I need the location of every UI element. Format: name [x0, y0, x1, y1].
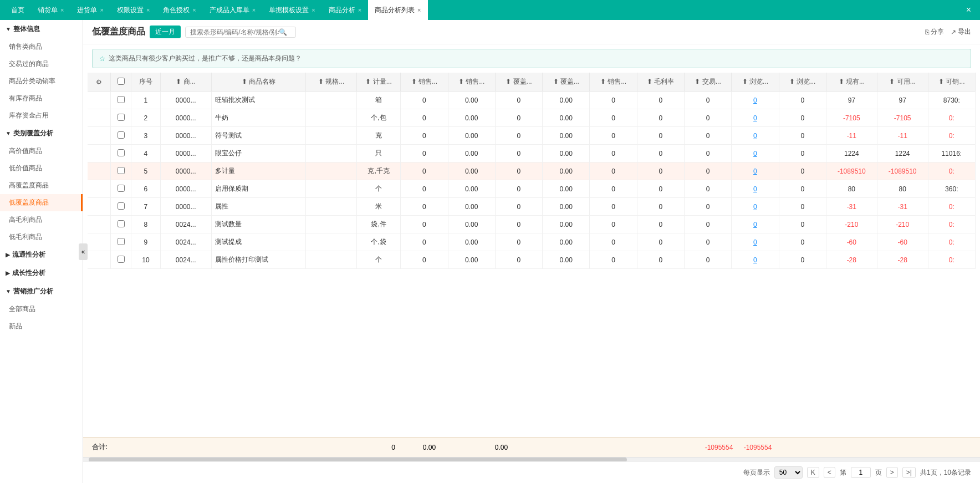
browse1-cell[interactable]: 0 — [732, 180, 779, 198]
checkbox-cell[interactable] — [111, 145, 131, 162]
checkbox-cell[interactable] — [111, 216, 131, 233]
checkbox-cell[interactable] — [111, 109, 131, 127]
sidebar-section-category[interactable]: ▼ 类别覆盖分析 — [0, 124, 83, 143]
page-size-select[interactable]: 50 20 100 200 — [774, 466, 803, 479]
row-checkbox[interactable] — [118, 256, 125, 263]
sidebar-item-low-coverage[interactable]: 低覆盖度商品 — [0, 194, 83, 211]
available-column-header[interactable]: ⬆ 可用... — [877, 73, 928, 91]
sidebar-item-low-margin[interactable]: 低毛利商品 — [0, 228, 83, 246]
period-button[interactable]: 近一月 — [150, 26, 181, 38]
gross-rate-column-header[interactable]: ⬆ 毛利率 — [637, 73, 684, 91]
next-page-button[interactable]: > — [886, 467, 898, 478]
last-page-button[interactable]: >| — [902, 467, 916, 478]
select-all-checkbox[interactable] — [118, 78, 125, 85]
window-close-button[interactable]: × — [962, 5, 976, 15]
trade-column-header[interactable]: ⬆ 交易... — [684, 73, 731, 91]
browse1-cell[interactable]: 0 — [732, 109, 779, 127]
table-wrapper[interactable]: ⚙ 序号 ⬆ 商... ⬆ 商品名称 ⬆ 规格... ⬆ 计量... ⬆ 销售.… — [88, 73, 976, 437]
row-checkbox[interactable] — [118, 220, 125, 227]
browse1-cell[interactable]: 0 — [732, 198, 779, 216]
sales2-column-header[interactable]: ⬆ 销售... — [590, 73, 637, 91]
sidebar-item-category-turnover[interactable]: 商品分类动销率 — [0, 73, 83, 90]
browse1-cell[interactable]: 0 — [732, 145, 779, 162]
sellable-column-header[interactable]: ⬆ 可销... — [928, 73, 975, 91]
sales-qty-column-header[interactable]: ⬆ 销售... — [401, 73, 448, 91]
close-icon[interactable]: × — [417, 7, 421, 13]
browse1-column-header[interactable]: ⬆ 浏览... — [732, 73, 779, 91]
close-icon[interactable]: × — [192, 7, 196, 13]
close-icon[interactable]: × — [358, 7, 361, 13]
row-checkbox[interactable] — [118, 114, 125, 121]
row-checkbox[interactable] — [118, 96, 125, 103]
spec-column-header[interactable]: ⬆ 规格... — [306, 73, 357, 91]
totals-sales-amt: 0.00 — [411, 444, 447, 451]
browse1-cell[interactable]: 0 — [732, 162, 779, 180]
row-checkbox[interactable] — [118, 149, 125, 156]
sidebar-item-high-margin[interactable]: 高毛利商品 — [0, 211, 83, 228]
sidebar-item-high-coverage[interactable]: 高覆盖度商品 — [0, 177, 83, 194]
row-checkbox[interactable] — [118, 185, 125, 192]
nav-product-analysis-list[interactable]: 商品分析列表 × — [368, 0, 427, 20]
browse1-cell[interactable]: 0 — [732, 91, 779, 109]
coverage1-column-header[interactable]: ⬆ 覆盖... — [495, 73, 542, 91]
sidebar-item-high-value[interactable]: 高价值商品 — [0, 143, 83, 160]
search-input[interactable] — [190, 28, 279, 36]
name-cell: 眼宝公仔 — [211, 145, 306, 162]
current-page-input[interactable] — [851, 467, 871, 478]
sidebar-section-growth[interactable]: ▶ 成长性分析 — [0, 264, 83, 282]
name-column-header[interactable]: ⬆ 商品名称 — [211, 73, 306, 91]
settings-column-header[interactable]: ⚙ — [88, 73, 111, 91]
checkbox-cell[interactable] — [111, 91, 131, 109]
row-checkbox[interactable] — [118, 238, 125, 245]
nav-permission-settings[interactable]: 权限设置 × — [110, 0, 156, 20]
unit-column-header[interactable]: ⬆ 计量... — [357, 73, 401, 91]
close-icon[interactable]: × — [312, 7, 315, 13]
close-icon[interactable]: × — [60, 7, 64, 13]
nav-role-auth[interactable]: 角色授权 × — [156, 0, 202, 20]
close-icon[interactable]: × — [252, 7, 256, 13]
current-column-header[interactable]: ⬆ 现有... — [826, 73, 877, 91]
coverage2-column-header[interactable]: ⬆ 覆盖... — [543, 73, 590, 91]
sidebar-item-inventory-capital[interactable]: 库存资金占用 — [0, 107, 83, 124]
share-button[interactable]: ⎘ 分享 — [925, 27, 944, 37]
sidebar-section-overall[interactable]: ▼ 整体信息 — [0, 20, 83, 38]
code-column-header[interactable]: ⬆ 商... — [160, 73, 211, 91]
nav-purchase-order[interactable]: 进货单 × — [70, 0, 110, 20]
browse1-cell[interactable]: 0 — [732, 127, 779, 145]
row-checkbox[interactable] — [118, 131, 125, 139]
sidebar-item-in-stock[interactable]: 有库存商品 — [0, 90, 83, 107]
nav-template-settings[interactable]: 单据模板设置 × — [262, 0, 321, 20]
checkbox-cell[interactable] — [111, 127, 131, 145]
sales-amt-column-header[interactable]: ⬆ 销售... — [448, 73, 495, 91]
prev-page-button[interactable]: < — [824, 467, 835, 478]
sidebar-item-all-products[interactable]: 全部商品 — [0, 301, 83, 318]
nav-finished-goods[interactable]: 产成品入库单 × — [203, 0, 262, 20]
gross-rate-cell: 0 — [637, 198, 684, 216]
nav-sales-order[interactable]: 销货单 × — [31, 0, 70, 20]
sidebar-item-new-products[interactable]: 新品 — [0, 318, 83, 335]
checkbox-cell[interactable] — [111, 233, 131, 251]
row-checkbox[interactable] — [118, 202, 125, 210]
checkbox-column-header[interactable] — [111, 73, 131, 91]
export-button[interactable]: ↗ 导出 — [951, 27, 971, 37]
checkbox-cell[interactable] — [111, 162, 131, 180]
sidebar-section-marketing[interactable]: ▼ 营销推广分析 — [0, 282, 83, 301]
close-icon[interactable]: × — [146, 7, 150, 13]
sidebar-item-traded-products[interactable]: 交易过的商品 — [0, 55, 83, 73]
sidebar-item-sales-products[interactable]: 销售类商品 — [0, 38, 83, 55]
first-page-button[interactable]: K — [807, 467, 819, 478]
browse2-column-header[interactable]: ⬆ 浏览... — [779, 73, 826, 91]
close-icon[interactable]: × — [100, 7, 103, 13]
sidebar-item-low-value[interactable]: 低价值商品 — [0, 160, 83, 177]
browse1-cell[interactable]: 0 — [732, 233, 779, 251]
sidebar-collapse-button[interactable]: « — [79, 243, 88, 260]
checkbox-cell[interactable] — [111, 180, 131, 198]
row-checkbox[interactable] — [118, 167, 125, 174]
sidebar-section-flow[interactable]: ▶ 流通性分析 — [0, 246, 83, 264]
browse1-cell[interactable]: 0 — [732, 251, 779, 269]
checkbox-cell[interactable] — [111, 251, 131, 269]
checkbox-cell[interactable] — [111, 198, 131, 216]
browse1-cell[interactable]: 0 — [732, 216, 779, 233]
nav-home[interactable]: 首页 — [4, 0, 31, 20]
nav-product-analysis[interactable]: 商品分析 × — [322, 0, 368, 20]
